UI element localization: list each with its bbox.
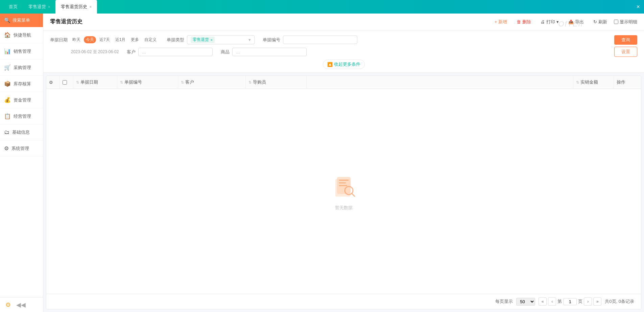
page-input[interactable]	[563, 298, 577, 305]
print-button[interactable]: 🖨 打印 ▾	[538, 18, 562, 26]
filter-row-1: 单据日期 昨天 今天 近7天 近1月 更多 自定义	[50, 35, 606, 44]
query-button[interactable]: 查询	[614, 35, 637, 45]
order-num-label: 单据编号	[263, 37, 280, 43]
add-button[interactable]: + 新增	[492, 18, 510, 26]
page-label-di: 第	[557, 298, 562, 305]
sidebar-item-finance[interactable]: 💰 资金管理	[0, 92, 43, 108]
date-yesterday[interactable]: 昨天	[70, 36, 82, 43]
sidebar-item-quick-nav[interactable]: 🏠 快捷导航	[0, 27, 43, 43]
refresh-icon: ↻	[593, 19, 597, 24]
basic-info-icon: 🗂	[4, 129, 9, 135]
inventory-icon: 📦	[4, 81, 11, 87]
date-filter: 单据日期 昨天 今天 近7天 近1月 更多 自定义	[50, 36, 159, 43]
sidebar-item-inventory[interactable]: 📦 库存核算	[0, 76, 43, 92]
pagination: 每页显示 50 20 100 200 « ‹ 第 页 › » 共0页, 0条记录	[46, 294, 641, 309]
type-tag-close[interactable]: ×	[210, 38, 212, 42]
sidebar-item-sales[interactable]: 📊 销售管理	[0, 43, 43, 60]
goods-filter: 商品	[221, 48, 307, 56]
table-area: ⚙ ⇅ 单据日期 ⇅ 单据编号 ⇅ 客户 ⇅	[46, 75, 641, 309]
th-guide[interactable]: ⇅ 导购员	[246, 76, 307, 89]
empty-state: 暂无数据	[46, 89, 641, 294]
sidebar-search[interactable]: 🔍 搜索菜单	[0, 14, 43, 27]
th-checkbox[interactable]	[60, 76, 73, 89]
sidebar-item-system[interactable]: ⚙ 系统管理	[0, 140, 43, 157]
export-button[interactable]: 📤 导出	[566, 18, 587, 26]
search-icon: 🔍	[4, 17, 10, 23]
customer-input[interactable]	[138, 48, 213, 56]
settings-footer-icon[interactable]: ⚙	[5, 301, 11, 309]
date-filter-label: 单据日期	[50, 37, 68, 43]
display-detail-checkbox-area[interactable]: 显示明细	[614, 19, 637, 25]
finance-icon: 💰	[4, 97, 11, 103]
tab-home[interactable]: 首页	[3, 0, 23, 14]
page-last-button[interactable]: »	[593, 297, 601, 306]
th-customer[interactable]: ⇅ 客户	[178, 76, 246, 89]
sidebar-item-operations[interactable]: 📋 经营管理	[0, 108, 43, 125]
sidebar-footer: ⚙ ◀◀	[0, 297, 43, 312]
svg-rect-3	[339, 182, 346, 183]
date-custom[interactable]: 自定义	[142, 36, 159, 43]
main-layout: 🔍 搜索菜单 🏠 快捷导航 📊 销售管理 🛒 采购管理 📦 库存核算 💰	[0, 14, 644, 312]
sort-order-icon: ⇅	[120, 80, 123, 85]
sort-amount-icon: ⇅	[576, 80, 579, 85]
page-title: 零售退货历史	[50, 18, 82, 25]
date-more[interactable]: 更多	[129, 36, 141, 43]
date-range-text: 2023-06-02 至 2023-06-02	[71, 49, 119, 55]
table-header: ⚙ ⇅ 单据日期 ⇅ 单据编号 ⇅ 客户 ⇅	[46, 76, 641, 89]
date-today[interactable]: 今天	[84, 36, 96, 43]
export-icon: 📤	[568, 19, 574, 24]
type-filter-label: 单据类型	[167, 37, 184, 43]
page-size-select[interactable]: 50 20 100 200	[516, 298, 535, 306]
table-settings-icon: ⚙	[49, 80, 53, 85]
collapse-filter-button[interactable]: 🔼 收起更多条件	[323, 60, 365, 69]
sound-footer-icon[interactable]: ◀◀	[16, 301, 26, 309]
print-dropdown-icon: ▾	[556, 19, 559, 24]
print-icon: 🖨	[541, 19, 545, 24]
header-actions: + 新增 🗑 删除 🖨 打印 ▾ 📤 导出 ↻ 刷新	[492, 18, 637, 26]
sidebar: 🔍 搜索菜单 🏠 快捷导航 📊 销售管理 🛒 采购管理 📦 库存核算 💰	[0, 14, 43, 312]
type-selector[interactable]: 零售退货 × ▾	[187, 35, 255, 44]
empty-state-icon	[330, 172, 357, 199]
filter-row-2: 2023-06-02 至 2023-06-02 客户 商品	[50, 48, 606, 56]
date-shortcuts: 昨天 今天 近7天 近1月 更多 自定义	[70, 36, 159, 43]
th-settings[interactable]: ⚙	[46, 76, 60, 89]
page-first-button[interactable]: «	[539, 297, 547, 306]
page-navigation: « ‹ 第 页 › »	[539, 297, 601, 306]
display-detail-checkbox[interactable]	[614, 20, 618, 24]
refresh-button[interactable]: ↻ 刷新	[591, 18, 610, 26]
delete-button[interactable]: 🗑 删除	[514, 18, 534, 26]
filter-area: 单据日期 昨天 今天 近7天 近1月 更多 自定义	[43, 30, 644, 73]
select-all-checkbox[interactable]	[63, 80, 67, 85]
page-prev-button[interactable]: ‹	[548, 297, 556, 306]
sort-customer-icon: ⇅	[181, 80, 184, 85]
close-tab-retail-return-history[interactable]: ×	[89, 5, 91, 9]
sidebar-item-basic-info[interactable]: 🗂 基础信息	[0, 125, 43, 140]
page-size-label: 每页显示	[495, 298, 513, 305]
customer-filter: 客户	[127, 48, 213, 56]
top-bar: 首页 零售退货 × 零售退货历史 × ×	[0, 0, 644, 14]
date-7days[interactable]: 近7天	[97, 36, 112, 43]
date-1month[interactable]: 近1月	[113, 36, 128, 43]
tab-retail-return-history[interactable]: 零售退货历史 ×	[55, 0, 97, 14]
window-close-button[interactable]: ×	[636, 3, 640, 10]
operations-icon: 📋	[4, 113, 11, 119]
set-button[interactable]: 设置	[614, 47, 637, 57]
customer-filter-label: 客户	[127, 49, 136, 55]
sidebar-item-purchase[interactable]: 🛒 采购管理	[0, 60, 43, 76]
order-num-input[interactable]	[283, 36, 357, 44]
goods-input[interactable]	[232, 48, 307, 56]
total-info: 共0页, 0条记录	[605, 298, 634, 305]
tab-retail-return[interactable]: 零售退货 ×	[23, 0, 55, 14]
empty-state-text: 暂无数据	[335, 205, 353, 211]
svg-rect-2	[339, 180, 349, 181]
system-icon: ⚙	[4, 145, 9, 152]
th-amount[interactable]: ⇅ 实销金额	[573, 76, 614, 89]
home-icon: 🏠	[4, 32, 11, 38]
th-order-num[interactable]: ⇅ 单据编号	[117, 76, 178, 89]
sales-icon: 📊	[4, 48, 11, 54]
th-actions: 操作	[614, 76, 641, 89]
th-date[interactable]: ⇅ 单据日期	[73, 76, 117, 89]
goods-filter-label: 商品	[221, 49, 230, 55]
page-next-button[interactable]: ›	[584, 297, 592, 306]
close-tab-retail-return[interactable]: ×	[48, 5, 50, 9]
